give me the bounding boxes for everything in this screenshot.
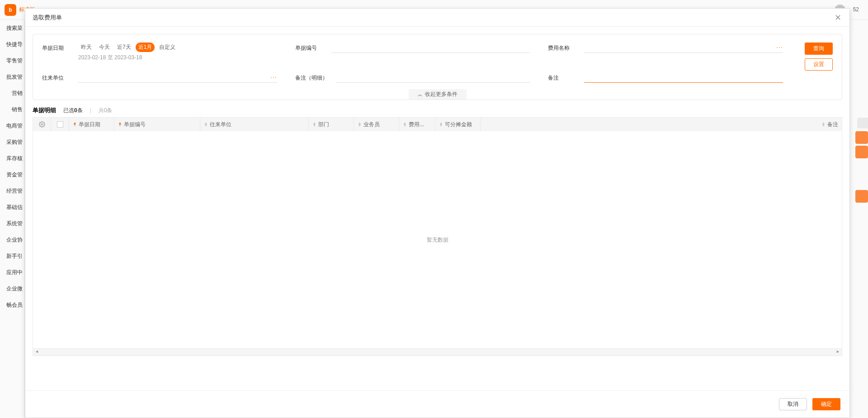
col-date[interactable]: ▲▼ 单据日期 (69, 118, 114, 131)
empty-text: 暂无数据 (427, 236, 448, 244)
preset-7days[interactable]: 近7天 (114, 43, 134, 52)
table-header: ▲▼ 单据日期 ▲▼ 单据编号 ▲▼ 往来单位 ▲▼ 部门 ▲▼ 业务员 (33, 118, 842, 131)
col-dept[interactable]: ▲▼ 部门 (309, 118, 354, 131)
sort-icon: ▲▼ (73, 122, 77, 127)
svg-point-0 (41, 124, 43, 125)
filter-actions: 查询 设置 (801, 43, 833, 71)
gear-icon (39, 121, 45, 128)
col-party[interactable]: ▲▼ 往来单位 (200, 118, 309, 131)
divider: | (90, 107, 91, 114)
preset-yesterday[interactable]: 昨天 (78, 43, 94, 52)
filter-remark-detail: 备注（明细） (295, 72, 530, 83)
modal-footer: 取消 确定 (25, 390, 849, 418)
modal-select-fee-doc: 选取费用单 ✕ 单据日期 昨天 今天 近7天 近1月 自定义 (25, 8, 850, 418)
col-remark[interactable]: ▲▼ 备注 (481, 118, 842, 131)
date-range-text: 2023-02-18 至 2023-03-18 (78, 54, 277, 62)
filter-remark: 备注 (548, 72, 783, 83)
sort-icon: ▲▼ (821, 122, 826, 127)
collapse-label: 收起更多条件 (425, 90, 458, 98)
select-all-checkbox[interactable] (57, 121, 63, 128)
total-count: 共0条 (99, 107, 113, 114)
doc-no-input[interactable] (331, 43, 530, 53)
col-checkbox (51, 118, 69, 131)
party-more-icon[interactable]: ··· (270, 73, 277, 81)
col-fee[interactable]: ▲▼ 费用... (399, 118, 435, 131)
sort-icon: ▲▼ (439, 122, 443, 127)
filter-doc-no: 单据编号 (295, 43, 530, 53)
ok-button[interactable]: 确定 (812, 398, 840, 410)
detail-title: 单据明细 (33, 106, 56, 114)
remark-label: 备注 (548, 72, 584, 82)
doc-date-label: 单据日期 (42, 43, 78, 52)
cancel-button[interactable]: 取消 (779, 398, 807, 410)
doc-no-label: 单据编号 (295, 43, 331, 52)
sort-icon: ▲▼ (312, 122, 316, 127)
preset-today[interactable]: 今天 (96, 43, 113, 52)
preset-1month[interactable]: 近1月 (136, 43, 155, 52)
modal-header: 选取费用单 ✕ (25, 9, 849, 27)
col-doc-no[interactable]: ▲▼ 单据编号 (114, 118, 200, 131)
remark-detail-input[interactable] (336, 72, 530, 83)
fee-name-more-icon[interactable]: ··· (776, 43, 783, 51)
remark-detail-label: 备注（明细） (295, 72, 336, 82)
preset-custom[interactable]: 自定义 (156, 43, 178, 52)
col-settings[interactable] (33, 118, 51, 131)
sort-icon: ▲▼ (204, 122, 208, 127)
table: ▲▼ 单据日期 ▲▼ 单据编号 ▲▼ 往来单位 ▲▼ 部门 ▲▼ 业务员 (33, 117, 842, 356)
detail-header: 单据明细 已选0条 | 共0条 (33, 106, 842, 114)
sort-icon: ▲▼ (118, 122, 122, 127)
sort-icon: ▲▼ (358, 122, 362, 127)
filter-party: 往来单位 ··· (42, 72, 277, 83)
modal-title: 选取费用单 (33, 14, 62, 22)
date-presets: 昨天 今天 近7天 近1月 自定义 (78, 43, 277, 52)
sort-icon: ▲▼ (403, 122, 407, 127)
col-allocatable[interactable]: ▲▼ 可分摊金额 (435, 118, 481, 131)
party-input[interactable] (78, 72, 277, 83)
modal-body: 单据日期 昨天 今天 近7天 近1月 自定义 2023-02-18 至 2023… (25, 27, 849, 390)
fee-name-label: 费用名称 (548, 43, 584, 52)
remark-input[interactable] (584, 72, 783, 83)
table-body: 暂无数据 (33, 131, 842, 348)
filter-doc-date: 单据日期 昨天 今天 近7天 近1月 自定义 2023-02-18 至 2023… (42, 43, 277, 62)
settings-button[interactable]: 设置 (805, 58, 833, 71)
col-sales[interactable]: ▲▼ 业务员 (354, 118, 399, 131)
query-button[interactable]: 查询 (805, 43, 833, 55)
selected-count: 已选0条 (63, 107, 83, 114)
fee-name-input[interactable] (584, 43, 783, 53)
collapse-bar: ︽ 收起更多条件 (42, 89, 833, 100)
filter-panel: 单据日期 昨天 今天 近7天 近1月 自定义 2023-02-18 至 2023… (33, 34, 842, 100)
close-icon[interactable]: ✕ (833, 13, 842, 22)
horizontal-scrollbar[interactable] (33, 348, 842, 356)
chevron-up-icon: ︽ (418, 91, 422, 98)
party-label: 往来单位 (42, 72, 78, 82)
collapse-toggle[interactable]: ︽ 收起更多条件 (409, 89, 467, 100)
filter-fee-name: 费用名称 ··· (548, 43, 783, 53)
